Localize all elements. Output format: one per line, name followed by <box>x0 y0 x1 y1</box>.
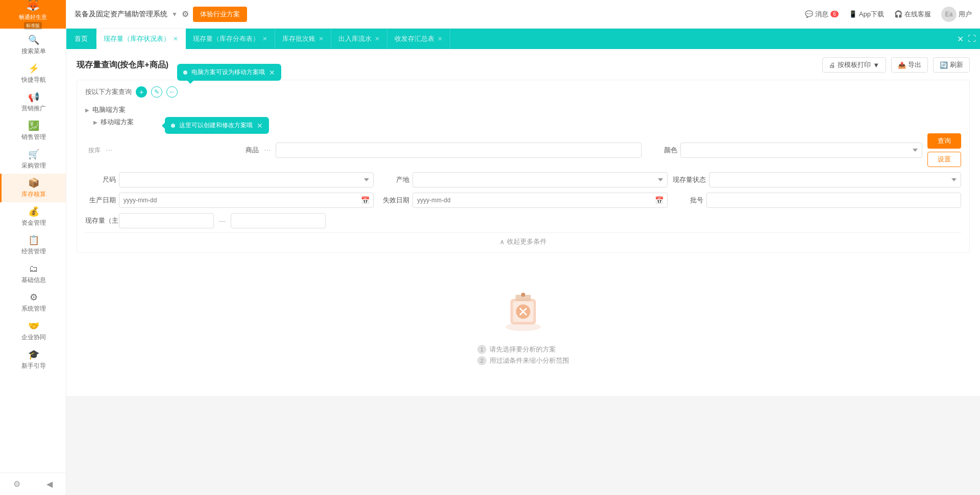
stock-status-select[interactable] <box>709 172 961 187</box>
plan-tree-pc[interactable]: ▶ 电脑端方案 <box>85 104 961 116</box>
app-download-action[interactable]: 📱 App下载 <box>849 10 884 19</box>
tab-inout[interactable]: 出入库流水 ✕ <box>331 29 387 49</box>
page-actions: 🖨 按模板打印 ▼ 📤 导出 🔄 刷新 <box>822 57 970 73</box>
origin-select[interactable] <box>412 172 667 187</box>
tooltip-close2-icon[interactable]: ✕ <box>257 122 263 130</box>
sidebar-item-guide[interactable]: 🎓 新手引导 <box>0 345 66 374</box>
collapse-sidebar-icon[interactable]: ◀ <box>44 477 55 491</box>
filter-cell-color: 颜色 <box>647 143 922 158</box>
sidebar-item-enterprise[interactable]: 🤝 企业协同 <box>0 317 66 345</box>
sidebar-item-label: 销售管理 <box>21 133 46 142</box>
sidebar-item-system[interactable]: ⚙ 系统管理 <box>0 288 66 317</box>
filter-cell-product: 商品 ··· <box>228 143 642 158</box>
content-area: 现存量查询(按仓库+商品) 🖨 按模板打印 ▼ 📤 导出 🔄 刷新 <box>66 49 980 495</box>
product-dots[interactable]: ··· <box>262 146 273 155</box>
message-badge: 6 <box>830 11 839 17</box>
sidebar-item-quicknav[interactable]: ⚡ 快捷导航 <box>0 59 66 88</box>
sidebar-item-finance[interactable]: 💰 资金管理 <box>0 202 66 231</box>
filter-cell-batch: 批号 <box>673 193 961 208</box>
mfg-date-input[interactable] <box>119 193 374 208</box>
tab-close-icon[interactable]: ✕ <box>173 35 178 42</box>
sidebar-item-purchase[interactable]: 🛒 采购管理 <box>0 145 66 174</box>
support-action[interactable]: 🎧 在线客服 <box>894 10 931 19</box>
tab-expand-icon[interactable]: ⛶ <box>968 34 976 43</box>
search-btn[interactable]: 查询 <box>927 133 961 149</box>
tab-batch[interactable]: 库存批次账 ✕ <box>275 29 331 49</box>
settings-bottom-icon[interactable]: ⚙ <box>11 477 22 491</box>
sidebar-item-label: 新手引导 <box>21 362 46 370</box>
sidebar-item-label: 采购管理 <box>21 161 46 170</box>
mfg-date-wrap: 📅 <box>119 193 374 208</box>
tab-label: 现存量（库存分布表） <box>193 34 259 43</box>
phone-icon: 📱 <box>849 10 857 18</box>
calendar-icon2[interactable]: 📅 <box>655 196 664 204</box>
sidebar-item-basic[interactable]: 🗂 基础信息 <box>0 260 66 288</box>
refresh-btn[interactable]: 🔄 刷新 <box>933 57 970 73</box>
empty-tips: 1 请先选择要分析的方案 2 用过滤条件来缩小分析范围 <box>477 343 569 367</box>
filter-row-4: 现存量（主） — <box>85 213 961 228</box>
tooltip-close-icon[interactable]: ✕ <box>269 68 275 77</box>
tab-home[interactable]: 首页 <box>66 34 96 43</box>
sidebar-item-label: 经营管理 <box>21 247 46 256</box>
tab-close-icon[interactable]: ✕ <box>262 35 267 42</box>
purchase-icon: 🛒 <box>28 149 39 160</box>
warehouse-dots[interactable]: ··· <box>104 146 114 155</box>
tab-label: 出入库流水 <box>338 34 372 43</box>
product-input[interactable] <box>276 143 642 158</box>
sys-title-dropdown[interactable]: ▼ <box>172 11 178 18</box>
avatar: Ea <box>941 7 957 22</box>
exp-date-label: 失效日期 <box>379 196 409 205</box>
sidebar-item-sales[interactable]: 💹 销售管理 <box>0 116 66 145</box>
batch-input[interactable] <box>706 193 961 208</box>
sidebar-item-inventory[interactable]: 📦 库存核算 <box>0 174 66 202</box>
user-action[interactable]: Ea 用户 <box>941 7 972 22</box>
size-select[interactable] <box>119 172 374 187</box>
tab-close-icon[interactable]: ✕ <box>318 35 324 42</box>
tip-text-2: 用过滤条件来缩小分析范围 <box>489 356 569 365</box>
stock-min-input[interactable] <box>119 213 214 228</box>
tab-inventory-dist[interactable]: 现存量（库存分布表） ✕ <box>186 29 275 49</box>
tab-inventory-status[interactable]: 现存量（库存状况表） ✕ <box>96 29 186 49</box>
filter-cell-mfg-date: 生产日期 📅 <box>85 193 374 208</box>
sidebar-item-marketing[interactable]: 📢 营销推广 <box>0 88 66 116</box>
arrow-back-btn[interactable]: ← <box>166 86 178 98</box>
page-title: 现存量查询(按仓库+商品) <box>77 60 168 70</box>
sales-icon: 💹 <box>28 120 39 131</box>
sidebar-item-operation[interactable]: 📋 经营管理 <box>0 231 66 260</box>
tab-bar-end: ✕ ⛶ <box>957 34 980 44</box>
template-print-btn[interactable]: 🖨 按模板打印 ▼ <box>822 57 886 73</box>
quicknav-icon: ⚡ <box>28 63 39 74</box>
tab-summary[interactable]: 收发存汇总表 ✕ <box>387 29 450 49</box>
empty-tip-1: 1 请先选择要分析的方案 <box>477 345 569 354</box>
exp-date-input[interactable] <box>412 193 667 208</box>
tip-text-1: 请先选择要分析的方案 <box>489 345 556 354</box>
main-area: 装备及固定资产辅助管理系统 ▼ ⚙ 体验行业方案 💬 消息 6 📱 App下载 … <box>66 0 980 495</box>
reset-btn[interactable]: 设置 <box>927 152 961 167</box>
add-filter-btn[interactable]: + <box>136 86 147 98</box>
color-select[interactable] <box>680 143 922 158</box>
page-content: 现存量查询(按仓库+商品) 🖨 按模板打印 ▼ 📤 导出 🔄 刷新 <box>66 49 980 396</box>
tab-close-icon[interactable]: ✕ <box>375 35 380 42</box>
stock-max-input[interactable] <box>231 213 326 228</box>
mfg-date-label: 生产日期 <box>85 196 116 205</box>
collapse-btn[interactable]: ∧ 收起更多条件 <box>85 232 961 248</box>
filter-cell-stock-main: 现存量（主） — <box>85 213 289 228</box>
header-settings-icon[interactable]: ⚙ <box>182 9 189 19</box>
sidebar-item-search[interactable]: 🔍 搜索菜单 <box>0 31 66 59</box>
edit-filter-btn[interactable]: ✎ <box>151 86 162 98</box>
filter-cell-exp-date: 失效日期 📅 <box>379 193 667 208</box>
tab-close-all-icon[interactable]: ✕ <box>957 34 964 44</box>
system-icon: ⚙ <box>30 292 38 303</box>
tab-close-icon[interactable]: ✕ <box>437 35 443 42</box>
industry-btn[interactable]: 体验行业方案 <box>193 7 247 22</box>
message-action[interactable]: 💬 消息 6 <box>805 10 839 19</box>
header-right: 💬 消息 6 📱 App下载 🎧 在线客服 Ea 用户 <box>805 7 972 22</box>
tab-bar: 首页 现存量（库存状况表） ✕ 现存量（库存分布表） ✕ 库存批次账 ✕ 出入库… <box>66 29 980 49</box>
filter-header: 按以下方案查询 + ✎ ← 电脑方案可设为移动方案哦 ✕ 这里可以创建和修改方案… <box>85 86 961 98</box>
color-label: 颜色 <box>647 146 677 155</box>
export-btn[interactable]: 📤 导出 <box>891 57 928 73</box>
filter-label: 按以下方案查询 <box>85 87 132 97</box>
calendar-icon[interactable]: 📅 <box>361 196 370 204</box>
avatar-text: Ea <box>945 11 953 18</box>
filter-cell-size: 尺码 <box>85 172 374 187</box>
